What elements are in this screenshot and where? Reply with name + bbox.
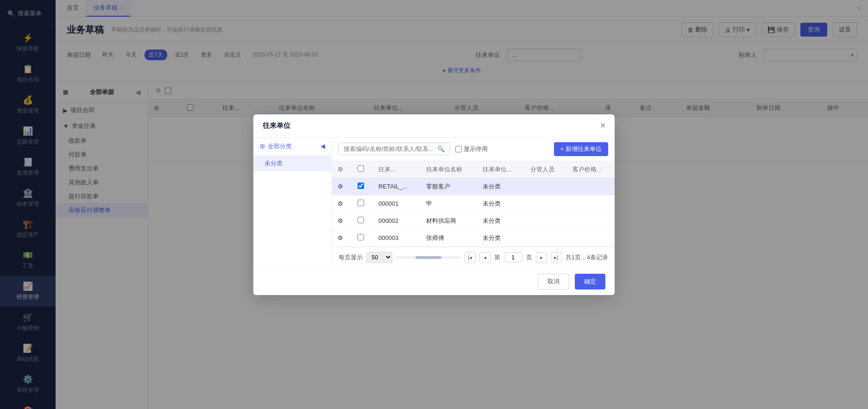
modal-toolbar: 🔍 显示停用 + 新增往来单位 (332, 138, 615, 161)
collapse-left-icon[interactable]: ◀ (321, 143, 325, 150)
modal-select-all[interactable] (358, 165, 364, 172)
modal-table-row[interactable]: ⚙ 000002 材料供应商 未分类 (332, 212, 615, 229)
page-label: 第 (494, 253, 500, 262)
modal-pagination: 每页显示 50 100 |◂ ◂ 第 页 ▸ ▸| 共1页，4条记录 (332, 247, 615, 268)
row-name: 甲 (421, 195, 477, 212)
confirm-button[interactable]: 确定 (575, 274, 605, 289)
row-settings: ⚙ (332, 195, 352, 212)
row-category: 未分类 (477, 195, 525, 212)
first-page-icon[interactable]: |◂ (465, 252, 476, 263)
scroll-thumb (415, 256, 441, 259)
modal-cat-label: 未分类 (264, 160, 283, 167)
modal-col-category[interactable]: 往来单位... (477, 161, 525, 178)
row-price (567, 178, 615, 195)
row-settings: ⚙ (332, 229, 352, 246)
modal-category-title: 全部分类 (268, 142, 292, 151)
add-partner-label: + 新增往来单位 (560, 145, 602, 153)
row-price (567, 195, 615, 212)
modal-close-button[interactable]: × (600, 121, 605, 131)
row-code: 000002 (373, 212, 421, 229)
page-number-input[interactable] (504, 252, 522, 262)
row-manager (525, 178, 566, 195)
row-settings: ⚙ (332, 178, 352, 195)
modal-table-row[interactable]: ⚙ RETAIL_... 零散客户 未分类 (332, 178, 615, 195)
modal-table: ⚙ 往来... 往来单位名称 往来单位... 分管人员 客户价格... ⚙ (332, 161, 615, 247)
modal-table-row[interactable]: ⚙ 000001 甲 未分类 (332, 195, 615, 212)
show-disabled-control[interactable]: 显示停用 (455, 145, 488, 153)
show-disabled-checkbox[interactable] (455, 146, 462, 152)
partner-modal: 往来单位 × ⊞ 全部分类 ◀ 未分类 (253, 114, 615, 295)
modal-col-settings: ⚙ (332, 161, 352, 178)
row-checkbox[interactable] (352, 212, 373, 229)
total-info: 共1页，4条记录 (566, 253, 608, 262)
modal-header: 往来单位 × (253, 114, 615, 138)
modal-right-panel: 🔍 显示停用 + 新增往来单位 ⚙ (332, 138, 615, 268)
show-disabled-label: 显示停用 (464, 145, 488, 153)
modal-search-box[interactable]: 🔍 (339, 143, 450, 155)
add-partner-button[interactable]: + 新增往来单位 (554, 142, 608, 156)
page-suffix-label: 页 (526, 253, 532, 262)
modal-title: 往来单位 (263, 121, 290, 130)
row-settings: ⚙ (332, 212, 352, 229)
modal-search-input[interactable] (344, 145, 434, 152)
per-page-label: 每页显示 (339, 253, 363, 262)
modal-category-item-unclassified[interactable]: 未分类 (253, 156, 332, 171)
row-code: 000003 (373, 229, 421, 246)
grid-icon: ⊞ (260, 143, 265, 150)
row-price (567, 212, 615, 229)
modal-footer: 取消 确定 (253, 268, 615, 295)
row-category: 未分类 (477, 178, 525, 195)
row-manager (525, 195, 566, 212)
row-category: 未分类 (477, 229, 525, 246)
per-page-select[interactable]: 50 100 (366, 252, 392, 263)
row-price (567, 229, 615, 246)
row-checkbox[interactable] (352, 195, 373, 212)
prev-page-icon[interactable]: ◂ (479, 252, 491, 263)
modal-table-wrap: ⚙ 往来... 往来单位名称 往来单位... 分管人员 客户价格... ⚙ (332, 161, 615, 247)
row-manager (525, 212, 566, 229)
modal-overlay: 往来单位 × ⊞ 全部分类 ◀ 未分类 (0, 0, 868, 409)
row-code: 000001 (373, 195, 421, 212)
modal-col-code[interactable]: 往来... (373, 161, 421, 178)
row-name: 张师傅 (421, 229, 477, 246)
scroll-track (396, 256, 461, 259)
row-checkbox[interactable] (352, 229, 373, 246)
cancel-button[interactable]: 取消 (538, 274, 569, 289)
modal-category-panel: ⊞ 全部分类 ◀ 未分类 (253, 138, 332, 268)
search-icon: 🔍 (437, 145, 445, 152)
next-page-icon[interactable]: ▸ (536, 252, 547, 263)
modal-table-row[interactable]: ⚙ 000003 张师傅 未分类 (332, 229, 615, 246)
modal-body: ⊞ 全部分类 ◀ 未分类 🔍 显示停用 (253, 138, 615, 268)
last-page-icon[interactable]: ▸| (551, 252, 562, 263)
modal-col-price[interactable]: 客户价格... (567, 161, 615, 178)
modal-col-name[interactable]: 往来单位名称 (421, 161, 477, 178)
modal-col-checkbox (352, 161, 373, 178)
row-name: 零散客户 (421, 178, 477, 195)
modal-category-header[interactable]: ⊞ 全部分类 ◀ (253, 138, 332, 156)
row-manager (525, 229, 566, 246)
row-category: 未分类 (477, 212, 525, 229)
row-name: 材料供应商 (421, 212, 477, 229)
modal-col-manager[interactable]: 分管人员 (525, 161, 566, 178)
row-checkbox[interactable] (352, 178, 373, 195)
row-code: RETAIL_... (373, 178, 421, 195)
